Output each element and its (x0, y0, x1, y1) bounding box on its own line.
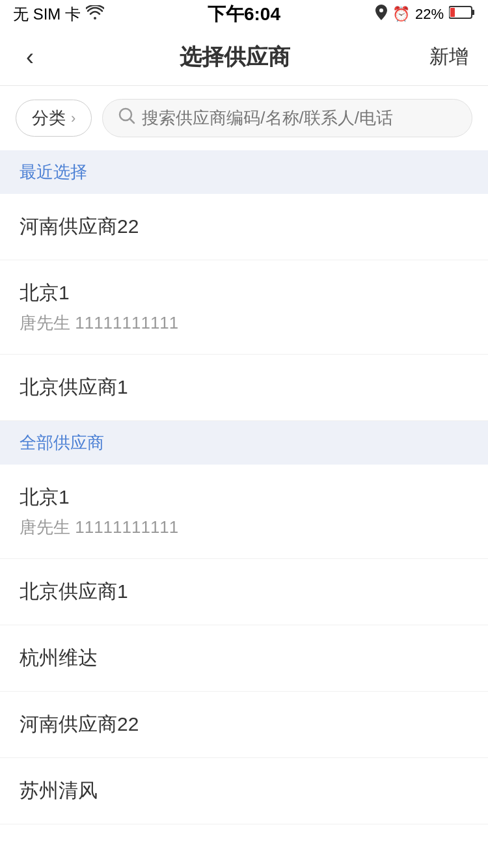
item-name: 北京1 (20, 280, 468, 306)
location-icon (375, 5, 387, 24)
all-list: 北京1唐先生 11111111111北京供应商1杭州维达河南供应商22苏州清风 (0, 465, 488, 824)
carrier-text: 无 SIM 卡 (13, 4, 81, 25)
chevron-right-icon: › (71, 110, 75, 127)
add-button[interactable]: 新增 (429, 44, 468, 70)
list-item[interactable]: 苏州清风 (0, 758, 488, 824)
wifi-icon (86, 5, 104, 23)
item-name: 北京供应商1 (20, 374, 468, 401)
category-button[interactable]: 分类 › (16, 100, 92, 137)
status-left: 无 SIM 卡 (13, 4, 104, 25)
item-name: 河南供应商22 (20, 711, 468, 738)
all-section-label: 全部供应商 (20, 433, 104, 452)
item-name: 河南供应商22 (20, 213, 468, 240)
list-item[interactable]: 河南供应商22 (0, 692, 488, 758)
search-icon (118, 107, 135, 129)
search-box[interactable] (102, 99, 472, 137)
status-time: 下午6:04 (208, 2, 280, 27)
search-input[interactable] (142, 108, 456, 128)
item-name: 杭州维达 (20, 645, 468, 671)
filter-bar: 分类 › (0, 86, 488, 150)
all-section-header: 全部供应商 (0, 421, 488, 465)
status-bar: 无 SIM 卡 下午6:04 ⏰ 22% (0, 0, 488, 29)
list-item[interactable]: 杭州维达 (0, 625, 488, 692)
item-name: 北京供应商1 (20, 578, 468, 605)
list-item[interactable]: 北京1唐先生 11111111111 (0, 465, 488, 559)
svg-line-4 (130, 119, 135, 124)
battery-icon (449, 5, 475, 23)
list-item[interactable]: 北京1唐先生 11111111111 (0, 260, 488, 355)
battery-text: 22% (415, 6, 444, 23)
recent-section-header: 最近选择 (0, 150, 488, 194)
svg-rect-2 (450, 8, 455, 17)
status-right: ⏰ 22% (375, 5, 475, 24)
list-item[interactable]: 河南供应商22 (0, 194, 488, 260)
svg-rect-1 (472, 10, 474, 15)
back-button[interactable]: ‹ (20, 37, 40, 77)
item-sub: 唐先生 11111111111 (20, 516, 468, 539)
nav-bar: ‹ 选择供应商 新增 (0, 29, 488, 86)
page-title: 选择供应商 (180, 42, 290, 72)
recent-section-label: 最近选择 (20, 162, 87, 182)
recent-list: 河南供应商22北京1唐先生 11111111111北京供应商1 (0, 194, 488, 421)
item-name: 苏州清风 (20, 778, 468, 804)
item-sub: 唐先生 11111111111 (20, 312, 468, 334)
category-label: 分类 (32, 107, 66, 129)
alarm-icon: ⏰ (392, 6, 410, 23)
list-item[interactable]: 北京供应商1 (0, 355, 488, 421)
list-item[interactable]: 北京供应商1 (0, 559, 488, 625)
item-name: 北京1 (20, 484, 468, 511)
